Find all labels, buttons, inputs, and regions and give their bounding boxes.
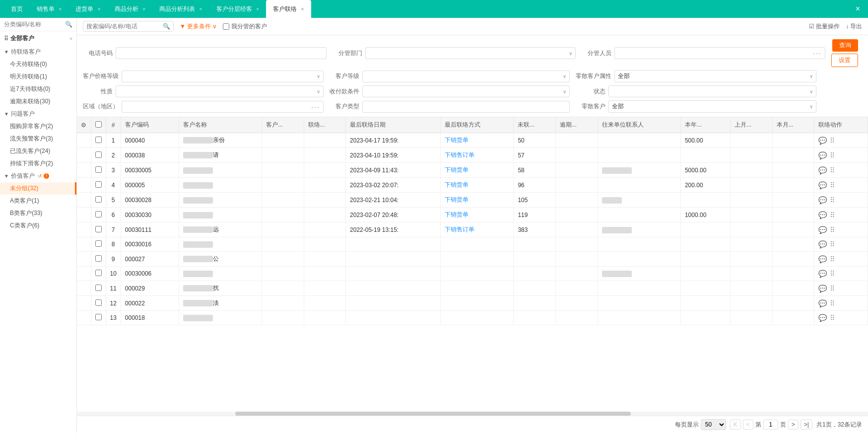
status-select[interactable]: ∨ xyxy=(608,85,816,97)
sidebar-group-value[interactable]: ▼ 价值客户 ↺ ! xyxy=(0,170,76,182)
sidebar-item-7days[interactable]: 近7天待联络(0) xyxy=(0,83,76,95)
grid-action-icon[interactable]: ⠿ xyxy=(830,285,835,292)
cell-checkbox[interactable] xyxy=(91,178,106,193)
last-method-link[interactable]: 下销货单 xyxy=(445,196,468,203)
chat-action-icon[interactable]: 💬 xyxy=(818,285,827,292)
close-analysis-tab[interactable]: × xyxy=(142,6,145,12)
grid-action-icon[interactable]: ⠿ xyxy=(830,240,835,248)
close-contact-tab[interactable]: × xyxy=(301,6,304,12)
chat-action-icon[interactable]: 💬 xyxy=(818,226,827,234)
sidebar-item-today[interactable]: 今天待联络(0) xyxy=(0,58,76,71)
manager-input[interactable]: ··· xyxy=(614,47,825,59)
row-checkbox[interactable] xyxy=(95,196,102,203)
close-segment-tab[interactable]: × xyxy=(256,6,259,12)
last-method-link[interactable]: 下销货单 xyxy=(445,137,468,144)
row-checkbox[interactable] xyxy=(95,181,102,188)
last-page-button[interactable]: >| xyxy=(801,420,812,430)
chat-action-icon[interactable]: 💬 xyxy=(818,255,827,263)
chat-action-icon[interactable]: 💬 xyxy=(818,299,827,307)
row-checkbox[interactable] xyxy=(95,166,102,173)
cell-checkbox[interactable] xyxy=(91,193,106,208)
cell-last-method[interactable]: 下销货单 xyxy=(440,163,514,178)
col-uncontacted[interactable]: 未联... xyxy=(514,117,556,133)
nature-select[interactable]: ∨ xyxy=(116,85,324,97)
cell-last-method[interactable]: 下销货单 xyxy=(440,193,514,208)
tab-customer-segment[interactable]: 客户分层经客 × xyxy=(209,0,266,18)
sidebar-item-ungroup[interactable]: 未分组(32) xyxy=(0,182,76,195)
row-checkbox[interactable] xyxy=(95,255,102,262)
cell-checkbox[interactable] xyxy=(91,163,106,178)
sidebar-item-lost[interactable]: 已流失客户(24) xyxy=(0,145,76,157)
row-checkbox[interactable] xyxy=(95,211,102,217)
retail-attr-select[interactable]: 全部∨ xyxy=(614,70,816,82)
my-customers-check[interactable] xyxy=(223,23,229,30)
row-checkbox[interactable] xyxy=(95,151,102,158)
grid-action-icon[interactable]: ⠿ xyxy=(830,181,835,189)
chat-action-icon[interactable]: 💬 xyxy=(818,270,827,278)
cell-last-method[interactable] xyxy=(440,267,514,281)
last-method-link[interactable]: 下销售订单 xyxy=(445,226,474,233)
cell-last-method[interactable] xyxy=(440,296,514,311)
sidebar-item-class-a[interactable]: A类客户(1) xyxy=(0,195,76,207)
last-method-link[interactable]: 下销货单 xyxy=(445,181,468,188)
dept-select[interactable]: ∨ xyxy=(365,47,576,59)
cell-checkbox[interactable] xyxy=(91,252,106,267)
cell-checkbox[interactable] xyxy=(91,133,106,148)
tab-purchase[interactable]: 进货单 × xyxy=(68,0,107,18)
chat-action-icon[interactable]: 💬 xyxy=(818,181,827,189)
sidebar-collapse-button[interactable]: « xyxy=(69,36,72,41)
next-page-button[interactable]: > xyxy=(788,420,799,430)
col-type[interactable]: 客户... xyxy=(262,117,304,133)
sidebar-item-warning[interactable]: 流失预警客户(3) xyxy=(0,133,76,145)
page-size-select[interactable]: 20 50 100 xyxy=(701,419,726,430)
sidebar-group-pending[interactable]: ▼ 待联络客户 xyxy=(0,46,76,58)
cell-last-method[interactable]: 下销货单 xyxy=(440,178,514,193)
retail-customer-select[interactable]: 全部∨ xyxy=(608,100,816,113)
cell-checkbox[interactable] xyxy=(91,148,106,163)
row-checkbox[interactable] xyxy=(95,314,102,320)
close-purchase-tab[interactable]: × xyxy=(97,6,100,12)
col-person[interactable]: 往来单位联系人 xyxy=(598,117,680,133)
col-this-month[interactable]: 本月... xyxy=(772,117,814,133)
grid-action-icon[interactable]: ⠿ xyxy=(830,211,835,219)
cell-last-method[interactable] xyxy=(440,252,514,267)
row-checkbox[interactable] xyxy=(95,226,102,232)
grid-action-icon[interactable]: ⠿ xyxy=(830,255,835,263)
col-this-year[interactable]: 本年... xyxy=(680,117,730,133)
row-checkbox[interactable] xyxy=(95,240,102,247)
row-checkbox[interactable] xyxy=(95,299,102,306)
cell-last-method[interactable]: 下销货单 xyxy=(440,133,514,148)
reset-button[interactable]: 设置 xyxy=(831,54,858,67)
sidebar-search-bar[interactable]: 🔍 xyxy=(0,18,76,31)
chat-action-icon[interactable]: 💬 xyxy=(818,196,827,204)
cell-checkbox[interactable] xyxy=(91,237,106,252)
cell-last-method[interactable]: 下销货单 xyxy=(440,208,514,222)
main-search-input[interactable] xyxy=(86,23,161,30)
customer-level-select[interactable]: ∨ xyxy=(362,71,570,82)
search-icon[interactable]: 🔍 xyxy=(163,23,170,30)
phone-input[interactable] xyxy=(116,47,327,59)
cell-last-method[interactable] xyxy=(440,237,514,252)
prev-page-button[interactable]: < xyxy=(743,420,753,430)
grid-action-icon[interactable]: ⠿ xyxy=(830,226,835,234)
sidebar-item-overdue[interactable]: 逾期未联络(30) xyxy=(0,95,76,108)
chat-action-icon[interactable]: 💬 xyxy=(818,137,827,144)
grid-action-icon[interactable]: ⠿ xyxy=(830,151,835,159)
tab-sales[interactable]: 销售单 × xyxy=(30,0,68,18)
col-overdue[interactable]: 逾期... xyxy=(555,117,598,133)
col-settings[interactable]: ⚙ xyxy=(77,117,91,133)
cell-checkbox[interactable] xyxy=(91,208,106,222)
tab-analysis[interactable]: 商品分析 × xyxy=(108,0,152,18)
chat-action-icon[interactable]: 💬 xyxy=(818,314,827,322)
all-customers-header[interactable]: ⠿ 全部客户 « xyxy=(0,31,76,46)
search-box[interactable]: 🔍 xyxy=(83,21,174,32)
tab-analysis-list[interactable]: 商品分析列表 × xyxy=(152,0,209,18)
batch-op-button[interactable]: ☑ 批量操作 xyxy=(809,22,840,31)
grid-action-icon[interactable]: ⠿ xyxy=(830,166,835,174)
page-number-input[interactable] xyxy=(763,420,778,430)
col-last-method[interactable]: 最后联络方式 xyxy=(440,117,514,133)
tab-customer-contact[interactable]: 客户联络 × xyxy=(266,0,311,18)
cell-last-method[interactable] xyxy=(440,281,514,296)
chat-action-icon[interactable]: 💬 xyxy=(818,166,827,174)
cell-checkbox[interactable] xyxy=(91,267,106,281)
